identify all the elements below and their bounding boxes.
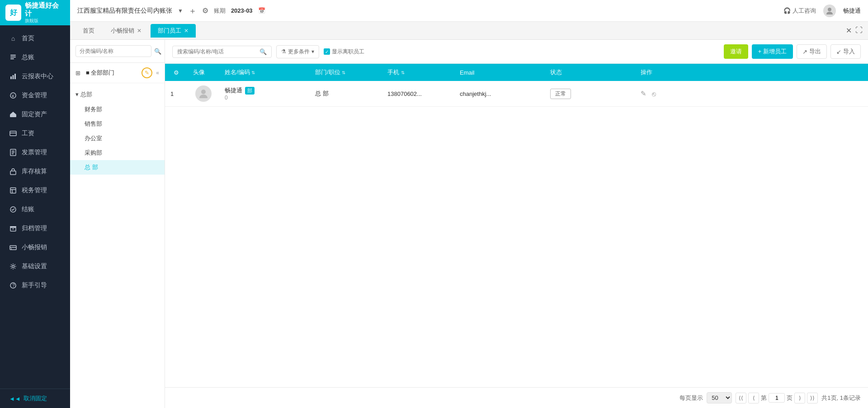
first-page-button[interactable]: ⟨⟨: [736, 393, 746, 403]
page-input[interactable]: [769, 393, 785, 403]
sidebar-item-salary[interactable]: 工资: [0, 124, 70, 143]
svg-text:?: ?: [12, 283, 15, 288]
sidebar-item-invoice[interactable]: 发票管理: [0, 143, 70, 162]
svg-rect-2: [10, 58, 14, 59]
dept-search-input[interactable]: [75, 45, 151, 57]
table-row: 1 畅捷通 部: [165, 81, 868, 107]
tab-home[interactable]: 首页: [75, 24, 102, 38]
last-page-button[interactable]: ⟩⟩: [807, 393, 818, 403]
dept-item-finance[interactable]: 财务部: [70, 102, 165, 117]
top-header: 江西服宝精品有限责任公司内账张 ▼ ＋ ⚙ 账期 2023-03 📅 🎧 人工咨…: [70, 0, 868, 22]
user-name[interactable]: 畅捷通: [843, 7, 861, 15]
cell-avatar: [188, 81, 219, 107]
collapse-icon[interactable]: «: [156, 70, 159, 76]
dept-item-parent[interactable]: ▾ 总部: [70, 87, 165, 102]
import-button[interactable]: ↙ 导入: [830, 44, 861, 59]
left-panel: 🔍 ⊞ ■ 全部部门 ✎ « ▾ 总部 财务部 销售部 办公室 采购部 总 部: [70, 40, 165, 408]
svg-point-31: [201, 90, 206, 94]
svg-rect-1: [10, 57, 16, 57]
chevron-down-icon: ▾: [311, 48, 314, 55]
edit-icon[interactable]: ✎: [641, 90, 646, 98]
all-dept-label[interactable]: ■ 全部部门: [86, 69, 138, 77]
prev-page-button[interactable]: ⟨: [748, 393, 759, 403]
sidebar-item-home[interactable]: ⌂ 首页: [0, 29, 70, 48]
funds-icon: ¥: [9, 91, 17, 100]
tab-expense[interactable]: 小畅报销 ✕: [104, 24, 149, 38]
calendar-icon[interactable]: 📅: [258, 7, 265, 14]
sidebar-nav: ⌂ 首页 总账 云报表中心 ¥ 资金管理 固定资产: [0, 25, 70, 389]
sidebar-item-inventory[interactable]: 库存核算: [0, 162, 70, 181]
company-dropdown-icon[interactable]: ▼: [178, 8, 183, 14]
closing-icon: [9, 205, 17, 213]
unpin-button[interactable]: ◄◄ 取消固定: [0, 389, 70, 408]
tab-bar: 首页 小畅报销 ✕ 部门员工 ✕ ✕ ⛶: [70, 22, 868, 40]
svg-rect-0: [10, 55, 16, 56]
col-name[interactable]: 姓名/编码 ⇅: [219, 64, 310, 81]
show-resigned-checkbox[interactable]: ✓: [324, 48, 330, 55]
filter-icon: ⚗: [281, 48, 286, 55]
export-button[interactable]: ↗ 导出: [797, 44, 827, 59]
col-phone[interactable]: 手机 ⇅: [382, 64, 454, 81]
invite-button[interactable]: 邀请: [724, 44, 748, 59]
sidebar-item-closing[interactable]: 结账: [0, 200, 70, 219]
svg-rect-16: [10, 171, 16, 175]
grid-icon: ⊞: [75, 70, 80, 76]
page-label: 第: [761, 394, 767, 402]
home-icon: ⌂: [9, 34, 17, 43]
sidebar-item-ledger[interactable]: 总账: [0, 48, 70, 67]
dept-item-sales[interactable]: 销售部: [70, 117, 165, 131]
sidebar-item-expense[interactable]: 小畅报销: [0, 238, 70, 257]
tab-expense-close-icon[interactable]: ✕: [137, 28, 142, 34]
support-button[interactable]: 🎧 人工咨询: [783, 7, 816, 15]
sidebar-item-archive[interactable]: 归档管理: [0, 219, 70, 238]
employee-search-input[interactable]: [177, 48, 257, 55]
toolbar: 🔍 ⚗ 更多条件 ▾ ✓ 显示离职员工 邀请 + 新增员工 ↗ 导出: [165, 40, 868, 64]
dept-item-office[interactable]: 办公室: [70, 131, 165, 146]
sidebar-item-reports[interactable]: 云报表中心: [0, 67, 70, 86]
dept-edit-button[interactable]: ✎: [142, 67, 152, 78]
add-employee-button[interactable]: + 新增员工: [752, 44, 793, 59]
pagination: 每页显示 50 100 200 ⟨⟨ ⟨ 第 页 ⟩ ⟩⟩: [165, 387, 868, 408]
col-settings[interactable]: ⚙: [165, 64, 188, 81]
close-tab-icon[interactable]: ✕: [846, 26, 852, 35]
dept-item-purchase[interactable]: 采购部: [70, 146, 165, 160]
sidebar-item-guide[interactable]: ? 新手引导: [0, 276, 70, 295]
cell-email: chanjethkj...: [454, 81, 545, 107]
sidebar-item-settings[interactable]: 基础设置: [0, 257, 70, 276]
cell-actions: ✎ ⎋: [635, 81, 868, 107]
more-filter-button[interactable]: ⚗ 更多条件 ▾: [276, 45, 319, 58]
cell-dept: 总 部: [310, 81, 382, 107]
col-dept[interactable]: 部门/职位 ⇅: [310, 64, 382, 81]
employee-avatar: [195, 85, 212, 102]
svg-rect-8: [10, 114, 16, 117]
maximize-icon[interactable]: ⛶: [855, 26, 863, 35]
svg-point-26: [11, 248, 12, 249]
company-name[interactable]: 江西服宝精品有限责任公司内账张: [77, 7, 172, 15]
employee-search-icon[interactable]: 🔍: [259, 48, 267, 55]
sidebar-item-tax[interactable]: 税务管理: [0, 181, 70, 200]
import-icon: ↙: [836, 48, 841, 55]
sidebar-item-label: 新手引导: [22, 281, 47, 289]
sidebar-item-label: 税务管理: [22, 186, 47, 195]
sidebar-item-label: 小畅报销: [22, 243, 47, 251]
dept-item-general[interactable]: 总 部: [70, 160, 165, 175]
tab-department[interactable]: 部门员工 ✕: [151, 24, 196, 38]
page-info: 第 页: [761, 393, 793, 403]
per-page-select[interactable]: 50 100 200: [707, 392, 732, 403]
sidebar-item-label: 工资: [22, 129, 34, 138]
employee-code: 0: [225, 95, 304, 101]
assets-icon: [9, 110, 17, 119]
settings-gear-icon[interactable]: ⚙: [202, 6, 208, 15]
sidebar-item-assets[interactable]: 固定资产: [0, 105, 70, 124]
show-resigned-option[interactable]: ✓ 显示离职员工: [324, 48, 364, 56]
tab-department-close-icon[interactable]: ✕: [184, 28, 189, 34]
sidebar-item-funds[interactable]: ¥ 资金管理: [0, 86, 70, 105]
add-company-button[interactable]: ＋: [189, 7, 197, 15]
headset-icon: 🎧: [783, 7, 791, 14]
action-cell: ✎ ⎋: [641, 90, 863, 98]
right-panel: 🔍 ⚗ 更多条件 ▾ ✓ 显示离职员工 邀请 + 新增员工 ↗ 导出: [165, 40, 868, 408]
phone-sort-icon: ⇅: [401, 70, 405, 75]
next-page-button[interactable]: ⟩: [794, 393, 805, 403]
logout-icon[interactable]: ⎋: [652, 90, 656, 98]
dept-search-icon[interactable]: 🔍: [154, 48, 161, 55]
